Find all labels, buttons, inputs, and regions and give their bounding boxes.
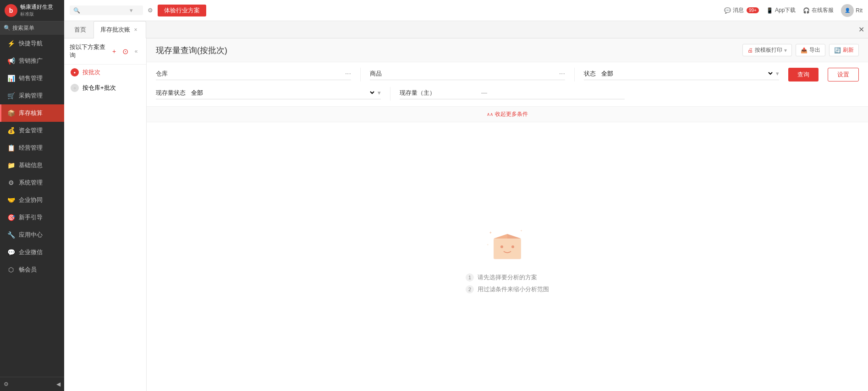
purchase-icon: 🛒 bbox=[7, 92, 15, 100]
avatar: 👤 bbox=[841, 4, 854, 17]
sidebar-item-label: 系统管理 bbox=[19, 179, 43, 187]
sidebar-item-label: 企业协同 bbox=[19, 196, 43, 204]
filter-product-label: 商品 bbox=[370, 70, 382, 78]
filter-stock-status-select[interactable]: 全部 有库存 无库存 bbox=[189, 89, 376, 97]
export-icon: 📤 bbox=[801, 47, 808, 54]
filter-warehouse-input[interactable] bbox=[171, 70, 343, 77]
marketing-icon: 📢 bbox=[7, 57, 15, 65]
sidebar-item-app-center[interactable]: 🔧 应用中心 bbox=[0, 226, 64, 244]
left-panel-header: 按以下方案查询 + ⊙ « bbox=[64, 38, 146, 65]
filter-stock-qty-field: 现存量（主） — bbox=[400, 89, 625, 99]
sidebar-search[interactable]: 🔍 搜索菜单 bbox=[0, 22, 64, 35]
topbar-user[interactable]: 👤 Rit bbox=[841, 4, 863, 17]
tab-inventory-batch[interactable]: 库存批次账 × bbox=[93, 21, 146, 38]
plan-item-warehouse-batch[interactable]: ○ 按仓库+批次 bbox=[64, 80, 146, 96]
member-icon: ⬡ bbox=[7, 266, 15, 274]
sidebar-item-basic-info[interactable]: 📁 基础信息 bbox=[0, 157, 64, 174]
topbar-online-service[interactable]: 🎧 在线客服 bbox=[803, 6, 834, 14]
export-label: 导出 bbox=[809, 46, 820, 54]
page-actions: 🖨 按模板打印 ▾ 📤 导出 🔄 刷新 bbox=[742, 44, 859, 56]
sidebar-bottom: ⚙ ◀ bbox=[0, 377, 64, 391]
sidebar-item-purchase[interactable]: 🛒 采购管理 bbox=[0, 87, 64, 104]
query-button[interactable]: 查询 bbox=[788, 68, 819, 81]
filter-status-label: 状态 bbox=[584, 70, 596, 78]
sidebar-scroll: ⚡ 快捷导航 📢 营销推广 📊 销售管理 🛒 采购管理 📦 库存核算 💰 资金管… bbox=[0, 35, 64, 377]
settings-button[interactable]: 设置 bbox=[828, 68, 859, 81]
topbar-gear-icon[interactable]: ⚙ bbox=[148, 7, 153, 14]
filter-warehouse-field: 仓库 ··· bbox=[156, 70, 351, 80]
messages-label: 消息 bbox=[733, 6, 744, 14]
sidebar-item-sales[interactable]: 📊 销售管理 bbox=[0, 70, 64, 87]
add-plan-btn[interactable]: + bbox=[110, 47, 119, 56]
sidebar-item-label: 企业微信 bbox=[19, 248, 43, 256]
topbar-nav-button[interactable]: 体验行业方案 bbox=[158, 5, 206, 16]
filter-status-select-wrap: 状态 全部 正常 停用 ▾ bbox=[584, 70, 779, 80]
sidebar-item-enterprise-collab[interactable]: 🤝 企业协同 bbox=[0, 191, 64, 209]
filter-stock-qty-max[interactable] bbox=[491, 89, 527, 96]
collapse-left-btn[interactable]: « bbox=[132, 47, 141, 56]
main-area: 🔍 ▾ ⚙ 体验行业方案 💬 消息 99+ 📱 App下载 🎧 在线客服 👤 bbox=[64, 0, 868, 391]
sidebar-item-member[interactable]: ⬡ 畅会员 bbox=[0, 261, 64, 278]
print-btn[interactable]: 🖨 按模板打印 ▾ bbox=[742, 44, 792, 56]
inventory-icon: 📦 bbox=[7, 109, 15, 117]
sidebar-item-label: 基础信息 bbox=[19, 161, 43, 169]
panel-close-btn[interactable]: ✕ bbox=[858, 25, 864, 34]
app-name: 畅康通好生意 bbox=[20, 4, 53, 11]
sidebar-item-label: 应用中心 bbox=[19, 231, 43, 239]
topbar-messages[interactable]: 💬 消息 99+ bbox=[724, 6, 759, 14]
sidebar-item-wechat[interactable]: 💬 企业微信 bbox=[0, 244, 64, 261]
empty-tips: 1 请先选择要分析的方案 2 用过滤条件来缩小分析范围 bbox=[466, 273, 549, 293]
print-icon: 🖨 bbox=[747, 47, 753, 54]
main-content: 现存量查询(按批次) 🖨 按模板打印 ▾ 📤 导出 🔄 刷新 bbox=[147, 38, 868, 391]
status-chevron-icon: ▾ bbox=[776, 70, 779, 77]
empty-tip-2-text: 用过滤条件来缩小分析范围 bbox=[478, 285, 549, 293]
filter-divider-1 bbox=[360, 68, 361, 81]
warehouse-more-icon[interactable]: ··· bbox=[345, 70, 351, 78]
sidebar-item-management[interactable]: 📋 经营管理 bbox=[0, 139, 64, 157]
plan-settings-btn[interactable]: ⊙ bbox=[121, 47, 130, 56]
collapse-up-icon: ∧∧ bbox=[487, 112, 493, 117]
sidebar-search-label: 搜索菜单 bbox=[12, 24, 34, 32]
topbar-chevron-icon[interactable]: ▾ bbox=[130, 7, 133, 14]
collapse-row[interactable]: ∧∧ 收起更多条件 bbox=[147, 107, 868, 122]
filter-stock-qty-min[interactable] bbox=[441, 89, 478, 96]
plan-item-batch[interactable]: ● 按批次 bbox=[64, 65, 146, 80]
filter-status-select[interactable]: 全部 正常 停用 bbox=[599, 70, 774, 77]
sidebar-item-label: 销售管理 bbox=[19, 74, 43, 82]
topbar-app-download[interactable]: 📱 App下载 bbox=[766, 6, 796, 14]
settings-bottom-icon: ⚙ bbox=[4, 381, 9, 387]
sidebar-item-label: 资金管理 bbox=[19, 126, 43, 135]
app-download-label: App下载 bbox=[775, 6, 796, 14]
topbar-search-box[interactable]: 🔍 ▾ bbox=[70, 5, 143, 15]
refresh-btn[interactable]: 🔄 刷新 bbox=[829, 44, 859, 56]
sidebar-item-finance[interactable]: 💰 资金管理 bbox=[0, 122, 64, 139]
plan-label-batch: 按批次 bbox=[82, 68, 100, 76]
sidebar-item-system[interactable]: ⚙ 系统管理 bbox=[0, 174, 64, 191]
settings-bottom-btn[interactable]: ⚙ bbox=[4, 381, 9, 387]
sidebar-item-quick-nav[interactable]: ⚡ 快捷导航 bbox=[0, 35, 64, 52]
page-title: 现存量查询(按批次) bbox=[156, 45, 227, 56]
empty-tip-1-text: 请先选择要分析的方案 bbox=[478, 273, 537, 282]
tab-close-icon[interactable]: × bbox=[132, 26, 139, 33]
tab-home[interactable]: 首页 bbox=[68, 21, 93, 38]
sidebar-logo: b 畅康通好生意 标准版 bbox=[0, 0, 64, 22]
filter-stock-status-wrap: 现存量状态 全部 有库存 无库存 ▾ bbox=[156, 89, 381, 99]
app-name-block: 畅康通好生意 标准版 bbox=[20, 4, 53, 17]
empty-state: ✦ ✦ ★ 1 请先选择要分析的方案 2 用过滤条件来缩小分析范围 bbox=[147, 122, 868, 391]
sidebar-item-marketing[interactable]: 📢 营销推广 bbox=[0, 52, 64, 70]
filter-product-input[interactable] bbox=[385, 70, 557, 77]
filter-row-2: 现存量状态 全部 有库存 无库存 ▾ 现存量 bbox=[156, 87, 859, 101]
plan-icon-active: ● bbox=[71, 68, 79, 76]
message-icon: 💬 bbox=[724, 7, 731, 14]
sidebar-item-beginner[interactable]: 🎯 新手引导 bbox=[0, 209, 64, 226]
service-label: 在线客服 bbox=[812, 6, 834, 14]
topbar-search-input[interactable] bbox=[82, 7, 128, 14]
search-icon: 🔍 bbox=[4, 25, 11, 31]
product-more-icon[interactable]: ··· bbox=[559, 70, 565, 78]
export-btn[interactable]: 📤 导出 bbox=[796, 44, 825, 56]
collapse-sidebar-btn[interactable]: ◀ bbox=[56, 381, 60, 387]
sidebar-item-inventory[interactable]: 📦 库存核算 bbox=[0, 104, 64, 122]
svg-marker-2 bbox=[507, 234, 521, 239]
svg-marker-1 bbox=[494, 234, 507, 239]
sidebar-item-label: 快捷导航 bbox=[19, 39, 43, 48]
